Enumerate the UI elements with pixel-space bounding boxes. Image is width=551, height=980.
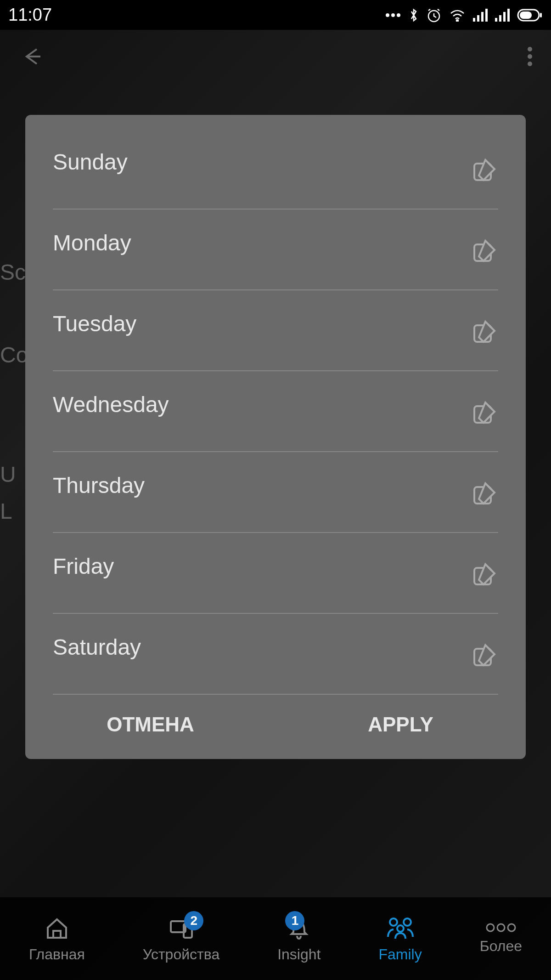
svg-rect-8 bbox=[485, 9, 488, 22]
day-item-wednesday[interactable]: Wednesday bbox=[53, 371, 498, 452]
day-label: Monday bbox=[53, 230, 131, 255]
day-label: Sunday bbox=[53, 149, 128, 175]
status-bar: 11:07 bbox=[0, 0, 551, 30]
wifi-icon bbox=[449, 9, 466, 22]
nav-family[interactable]: Family bbox=[378, 915, 422, 963]
cancel-button[interactable]: ОТМЕНА bbox=[25, 713, 276, 736]
svg-point-29 bbox=[404, 918, 411, 926]
nav-badge: 2 bbox=[184, 911, 203, 930]
day-item-saturday[interactable]: Saturday bbox=[53, 614, 498, 695]
edit-icon[interactable] bbox=[471, 237, 498, 266]
home-icon bbox=[43, 915, 71, 942]
svg-point-4 bbox=[456, 20, 458, 22]
nav-more[interactable]: Более bbox=[480, 923, 522, 955]
svg-point-2 bbox=[397, 13, 400, 17]
svg-rect-14 bbox=[520, 11, 532, 19]
nav-devices[interactable]: 2 Устройства bbox=[143, 915, 219, 963]
svg-point-0 bbox=[386, 13, 389, 17]
status-icons bbox=[385, 7, 543, 23]
signal-icon bbox=[473, 9, 488, 22]
svg-rect-5 bbox=[473, 18, 475, 22]
day-list: Sunday Monday Tuesday Wednesday bbox=[25, 129, 526, 695]
day-item-thursday[interactable]: Thursday bbox=[53, 452, 498, 533]
svg-rect-7 bbox=[481, 12, 484, 22]
svg-rect-15 bbox=[540, 13, 542, 17]
day-item-friday[interactable]: Friday bbox=[53, 533, 498, 614]
day-label: Tuesday bbox=[53, 311, 136, 336]
apply-button[interactable]: APPLY bbox=[276, 713, 526, 736]
edit-icon[interactable] bbox=[471, 399, 498, 428]
day-item-sunday[interactable]: Sunday bbox=[53, 129, 498, 210]
day-label: Friday bbox=[53, 554, 114, 579]
bluetooth-icon bbox=[409, 7, 419, 23]
day-label: Thursday bbox=[53, 473, 145, 498]
svg-rect-12 bbox=[507, 9, 510, 22]
nav-label: Family bbox=[378, 946, 422, 963]
schedule-dialog: Sunday Monday Tuesday Wednesday bbox=[25, 115, 526, 759]
alarm-icon bbox=[426, 7, 442, 23]
svg-rect-6 bbox=[477, 15, 479, 22]
svg-point-33 bbox=[508, 924, 515, 931]
svg-point-1 bbox=[391, 13, 395, 17]
edit-icon[interactable] bbox=[471, 156, 498, 186]
nav-label: Главная bbox=[29, 946, 85, 963]
svg-point-28 bbox=[390, 918, 397, 926]
day-label: Saturday bbox=[53, 634, 141, 660]
edit-icon[interactable] bbox=[471, 641, 498, 671]
status-time: 11:07 bbox=[8, 5, 52, 25]
svg-rect-9 bbox=[495, 18, 497, 22]
edit-icon[interactable] bbox=[471, 480, 498, 509]
more-dots-icon bbox=[385, 12, 401, 18]
nav-insight[interactable]: 1 Insight bbox=[277, 915, 320, 963]
nav-home[interactable]: Главная bbox=[29, 915, 85, 963]
svg-point-30 bbox=[397, 925, 404, 932]
edit-icon[interactable] bbox=[471, 318, 498, 347]
svg-point-32 bbox=[497, 924, 505, 931]
nav-label: Устройства bbox=[143, 946, 219, 963]
battery-icon bbox=[517, 9, 543, 22]
nav-label: Insight bbox=[277, 946, 320, 963]
svg-point-31 bbox=[487, 924, 494, 931]
family-icon bbox=[384, 915, 416, 942]
nav-label: Более bbox=[480, 938, 522, 955]
modal-buttons: ОТМЕНА APPLY bbox=[25, 695, 526, 759]
signal-icon-2 bbox=[495, 9, 510, 22]
svg-rect-11 bbox=[503, 12, 506, 22]
nav-badge: 1 bbox=[285, 911, 304, 930]
day-item-monday[interactable]: Monday bbox=[53, 210, 498, 290]
day-item-tuesday[interactable]: Tuesday bbox=[53, 290, 498, 371]
svg-rect-10 bbox=[499, 15, 501, 22]
bottom-nav: Главная 2 Устройства 1 Insight Family Бо… bbox=[0, 897, 551, 980]
day-label: Wednesday bbox=[53, 392, 169, 417]
edit-icon[interactable] bbox=[471, 561, 498, 590]
more-icon bbox=[485, 923, 517, 934]
